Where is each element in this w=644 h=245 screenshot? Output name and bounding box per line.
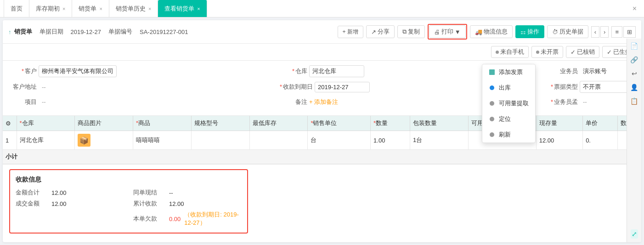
customer-field: 客户 柳州粤港平安气体有限公司 — [9, 65, 280, 77]
payment-info: 收款信息 金额合计 12.00 同单现结 -- 成交金额 12.00 累计收款 … — [9, 169, 248, 234]
next-button[interactable]: › — [600, 26, 609, 38]
project-field: 项目 -- — [9, 97, 280, 107]
row-num: 1 — [3, 131, 17, 150]
confirm-button[interactable]: ✓ 已核销 — [566, 46, 599, 58]
row-qty: 1.00 — [371, 131, 410, 150]
window-close-button[interactable]: × — [629, 3, 640, 15]
row-unit: 台 — [308, 131, 371, 150]
cumulative-label: 累计收款 — [133, 199, 165, 208]
row-price: 0. — [583, 131, 618, 150]
copy-button[interactable]: ⧉ 复制 — [397, 25, 425, 38]
ticket-field: 票据类型 不开票 — [550, 81, 635, 93]
pkg-qty-col-header: 包装数量 — [410, 116, 469, 131]
transaction-label: 成交金额 — [16, 199, 48, 208]
locate-icon — [489, 116, 495, 122]
product-image: 📦 — [78, 134, 90, 147]
outbound-item[interactable]: 出库 — [482, 80, 535, 96]
sidebar-icon-doc[interactable]: 📄 — [630, 42, 638, 50]
avail-qty-item[interactable]: 可用量提取 — [482, 96, 535, 111]
status-bar: 来自手机 未开票 ✓ 已核销 ✓ 已生效 — [3, 44, 641, 61]
avail-qty-icon — [489, 100, 495, 107]
sidebar-icon-link[interactable]: 🔗 — [630, 56, 638, 63]
main-area: ↑ 销货单 单据日期 2019-12-27 单据编号 SA-20191227-0… — [3, 20, 641, 242]
print-button[interactable]: 🖨 打印 ▼ — [429, 25, 466, 38]
payment-title: 收款信息 — [16, 176, 242, 184]
prev-button[interactable]: ‹ — [591, 26, 599, 38]
amount-total-value: 12.00 — [51, 189, 67, 196]
sidebar-icon-return[interactable]: ↩ — [632, 70, 637, 77]
confirm-icon: ✓ — [571, 49, 576, 56]
form-area: 客户 柳州粤港平安气体有限公司 仓库 河北仓库 业务员 演示账号 客户地址 --… — [3, 61, 641, 116]
locate-label: 定位 — [499, 115, 511, 123]
tab-view-sales[interactable]: 查看销货单 × — [158, 0, 207, 17]
table-container: ⚙ *仓库 商品图片 *商品 规格型号 最低库存 *销售单位 *数量 包装数量 … — [3, 116, 641, 165]
min-stock-col-header: 最低库存 — [249, 116, 308, 131]
close-icon[interactable]: × — [62, 6, 65, 11]
staff-field: 业务员 演示账号 — [550, 65, 635, 77]
row-current: 12.00 — [536, 131, 582, 150]
img-col-header: 商品图片 — [75, 116, 133, 131]
number-value: SA-20191227-001 — [140, 28, 188, 35]
outbound-icon — [489, 85, 495, 91]
qty-col-header: *数量 — [371, 116, 410, 131]
close-icon[interactable]: × — [99, 6, 102, 11]
date-label: 单据日期 — [40, 28, 63, 36]
tab-home[interactable]: 首页 — [4, 0, 29, 17]
add-icon: + — [309, 98, 313, 105]
from-phone-button[interactable]: 来自手机 — [491, 46, 529, 58]
add-note-button[interactable]: + 添加备注 — [309, 98, 338, 106]
sidebar-icon-expand[interactable]: ⤢ — [631, 229, 638, 239]
new-button[interactable]: + 新增 — [338, 26, 363, 38]
doc-actions: + 新增 ↗ 分享 ⧉ 复制 🖨 打印 ▼ 🚚 物流信息 ⚏ — [338, 24, 636, 40]
logistics-button[interactable]: 🚚 物流信息 — [470, 25, 513, 38]
not-open-button[interactable]: 未开票 — [531, 46, 563, 58]
grid-view-button[interactable]: ⊞ — [623, 26, 636, 38]
payment-row-balance: 本单欠款 0.00 （收款到期日: 2019-12-27） — [133, 211, 242, 227]
date-value: 2019-12-27 — [71, 28, 102, 35]
payment-row-transaction: 成交金额 12.00 — [16, 199, 124, 208]
locate-item[interactable]: 定位 — [482, 111, 535, 127]
sidebar-icon-user[interactable]: 👤 — [630, 84, 638, 91]
due-date-value[interactable]: 2019-12-27 — [315, 82, 370, 92]
refresh-item[interactable]: 刷新 — [482, 127, 535, 142]
tab-bar: 首页 库存期初 × 销货单 × 销货单历史 × 查看销货单 × × — [0, 0, 644, 17]
product-col-header: *商品 — [133, 116, 192, 131]
sales-order-icon: ↑ — [8, 28, 11, 35]
current-col-header: 现存量 — [536, 116, 582, 131]
tab-sales-order[interactable]: 销货单 × — [72, 0, 109, 17]
nav-arrows: ‹ › — [591, 26, 609, 38]
close-icon[interactable]: × — [197, 6, 200, 11]
warehouse-col-header: *仓库 — [17, 116, 75, 131]
number-label: 单据编号 — [108, 28, 132, 36]
customer-value[interactable]: 柳州粤港平安气体有限公司 — [39, 65, 117, 77]
sidebar-icon-clipboard[interactable]: 📋 — [630, 97, 638, 105]
row-spec — [191, 131, 249, 150]
close-icon[interactable]: × — [148, 6, 151, 11]
address-field: 客户地址 -- — [9, 82, 280, 92]
from-phone-dot — [496, 51, 499, 54]
balance-label: 本单欠款 — [133, 215, 165, 223]
form-row-2: 客户地址 -- 收款到期日 2019-12-27 票据类型 不开票 — [9, 81, 635, 93]
share-button[interactable]: ↗ 分享 — [366, 25, 395, 38]
logistics-icon: 🚚 — [475, 28, 482, 35]
tab-sales-history[interactable]: 销货单历史 × — [109, 0, 158, 17]
history-button[interactable]: ⏱ 历史单据 — [547, 25, 588, 38]
print-dropdown-icon: ▼ — [455, 28, 461, 35]
refresh-icon — [489, 131, 495, 138]
refresh-label: 刷新 — [499, 131, 511, 139]
unit-col-header: *销售单位 — [308, 116, 371, 131]
row-pkg-qty: 1台 — [410, 131, 469, 150]
doc-title-text: 销货单 — [14, 28, 32, 36]
list-view-button[interactable]: ≡ — [611, 26, 622, 38]
warehouse-value[interactable]: 河北仓库 — [309, 65, 364, 77]
address-label: 客户地址 — [9, 83, 37, 91]
operations-button[interactable]: ⚏ 操作 — [515, 25, 544, 38]
tab-inventory-init[interactable]: 库存期初 × — [29, 0, 72, 17]
add-invoice-item[interactable]: 添加发票 — [482, 64, 535, 80]
history-icon: ⏱ — [552, 28, 558, 35]
ticket-label: 票据类型 — [550, 83, 578, 91]
cumulative-value: 12.00 — [169, 200, 184, 207]
balance-value: 0.00 — [169, 216, 181, 222]
payment-row-cumulative: 累计收款 12.00 — [133, 199, 242, 208]
product-table: ⚙ *仓库 商品图片 *商品 规格型号 最低库存 *销售单位 *数量 包装数量 … — [3, 116, 641, 164]
